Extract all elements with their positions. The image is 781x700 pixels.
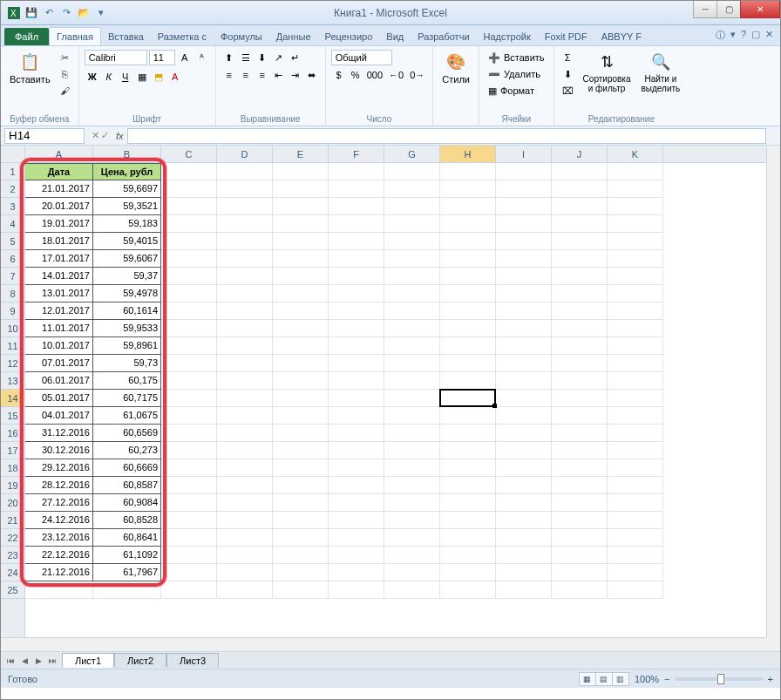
cell[interactable]: 27.12.2016 — [25, 494, 93, 512]
row-header[interactable]: 4 — [1, 215, 24, 233]
horizontal-scrollbar[interactable] — [1, 637, 766, 651]
zoom-slider[interactable] — [676, 677, 763, 681]
cell[interactable] — [384, 163, 440, 180]
align-center-icon[interactable]: ≡ — [238, 67, 254, 83]
cell[interactable] — [440, 302, 496, 320]
cell[interactable] — [608, 529, 663, 547]
cell[interactable] — [329, 163, 384, 180]
cell[interactable] — [384, 564, 440, 581]
row-header[interactable]: 9 — [1, 302, 24, 320]
row-header[interactable]: 13 — [1, 372, 24, 390]
cell[interactable]: 61,1092 — [93, 547, 161, 564]
cell[interactable] — [384, 529, 440, 547]
cell[interactable] — [440, 233, 496, 250]
cell[interactable] — [329, 529, 384, 547]
cell[interactable] — [329, 268, 384, 285]
minimize-button[interactable]: ─ — [693, 1, 717, 18]
cell[interactable] — [552, 529, 608, 547]
cell[interactable] — [440, 477, 496, 494]
cell[interactable] — [161, 581, 217, 599]
clear-icon[interactable]: ⌧ — [560, 83, 576, 99]
orientation-icon[interactable]: ↗ — [271, 50, 287, 65]
vertical-scrollbar[interactable] — [766, 146, 780, 637]
cell[interactable]: 06.01.2017 — [25, 372, 93, 390]
cell[interactable] — [329, 355, 384, 372]
column-header[interactable]: G — [384, 146, 440, 162]
cell[interactable] — [273, 407, 329, 425]
underline-button[interactable]: Ч — [118, 69, 133, 85]
format-cells-button[interactable]: ▦Формат — [485, 83, 548, 99]
excel-icon[interactable]: X — [6, 5, 22, 21]
cell[interactable] — [273, 425, 329, 442]
zoom-out-button[interactable]: − — [664, 674, 669, 684]
cell[interactable]: 59,4978 — [93, 285, 161, 302]
increase-indent-icon[interactable]: ⇥ — [288, 67, 303, 83]
cell[interactable]: 60,8641 — [93, 529, 161, 547]
sheet-last-icon[interactable]: ⏭ — [46, 656, 58, 665]
cell[interactable] — [273, 477, 329, 494]
cell[interactable]: 14.01.2017 — [25, 268, 93, 285]
cell[interactable] — [552, 163, 608, 180]
sheet-prev-icon[interactable]: ◀ — [18, 656, 31, 665]
row-header[interactable]: 3 — [1, 198, 24, 215]
cell[interactable] — [217, 529, 273, 547]
cell[interactable] — [384, 285, 440, 302]
cell[interactable] — [552, 233, 608, 250]
row-header[interactable]: 22 — [1, 529, 24, 547]
cell[interactable] — [496, 250, 552, 268]
row-header[interactable]: 1 — [1, 163, 24, 180]
increase-font-icon[interactable]: A — [177, 50, 193, 65]
cell[interactable]: 59,37 — [93, 268, 161, 285]
cell[interactable] — [217, 285, 273, 302]
cell[interactable] — [552, 215, 608, 233]
cell[interactable]: 31.12.2016 — [25, 425, 93, 442]
cell[interactable]: 60,6669 — [93, 459, 161, 477]
cell[interactable] — [608, 372, 663, 390]
row-header[interactable]: 24 — [1, 564, 24, 581]
cell[interactable] — [273, 198, 329, 215]
cell[interactable] — [496, 355, 552, 372]
cell[interactable] — [384, 494, 440, 512]
cell[interactable] — [496, 390, 552, 407]
cell[interactable] — [552, 425, 608, 442]
ribbon-tab-10[interactable]: ABBYY F — [594, 28, 649, 45]
cell[interactable] — [552, 198, 608, 215]
cell[interactable] — [161, 302, 217, 320]
cell[interactable]: 20.01.2017 — [25, 198, 93, 215]
fill-icon[interactable]: ⬇ — [560, 66, 576, 82]
cell[interactable] — [384, 390, 440, 407]
cell[interactable] — [496, 268, 552, 285]
cell[interactable] — [217, 372, 273, 390]
cell[interactable]: Цена, рубл — [93, 163, 161, 180]
cell[interactable] — [93, 581, 161, 599]
file-tab[interactable]: Файл — [4, 28, 49, 45]
cell[interactable] — [552, 512, 608, 529]
cell[interactable] — [273, 180, 329, 198]
close-button[interactable]: ✕ — [740, 1, 780, 18]
cut-icon[interactable]: ✂ — [58, 50, 73, 65]
cell[interactable] — [440, 425, 496, 442]
cell[interactable]: 21.12.2016 — [25, 564, 93, 581]
cell[interactable] — [217, 233, 273, 250]
cell[interactable] — [608, 407, 663, 425]
cell[interactable] — [496, 320, 552, 337]
cell[interactable]: 29.12.2016 — [25, 459, 93, 477]
row-header[interactable]: 17 — [1, 442, 24, 459]
cell[interactable]: 07.01.2017 — [25, 355, 93, 372]
cell[interactable] — [217, 390, 273, 407]
cell[interactable] — [496, 564, 552, 581]
cell[interactable] — [161, 180, 217, 198]
ribbon-tab-4[interactable]: Данные — [269, 28, 318, 45]
cell[interactable]: 61,0675 — [93, 407, 161, 425]
cell[interactable] — [552, 547, 608, 564]
cell[interactable] — [552, 581, 608, 599]
row-header[interactable]: 19 — [1, 477, 24, 494]
cell[interactable] — [440, 337, 496, 355]
cell[interactable] — [161, 390, 217, 407]
column-header[interactable]: K — [608, 146, 663, 162]
row-header[interactable]: 14 — [1, 390, 24, 407]
cell[interactable] — [440, 442, 496, 459]
new-icon[interactable]: ▾ — [93, 5, 109, 21]
cell[interactable] — [329, 320, 384, 337]
cell[interactable] — [329, 390, 384, 407]
